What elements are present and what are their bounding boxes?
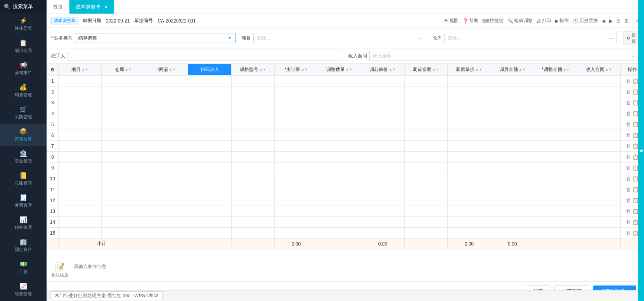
col-adjust-qty[interactable]: 调整数量▲▼ (318, 64, 361, 76)
table-cell[interactable] (318, 130, 361, 141)
table-cell[interactable] (534, 195, 577, 206)
table-cell[interactable] (188, 130, 231, 141)
table-cell[interactable] (188, 184, 231, 195)
table-cell[interactable] (102, 173, 145, 184)
table-cell[interactable] (275, 184, 318, 195)
table-cell[interactable] (275, 173, 318, 184)
table-cell[interactable] (491, 86, 534, 97)
delete-icon[interactable]: 🗑 (626, 132, 631, 138)
table-cell[interactable] (404, 152, 447, 163)
sidebar-item-inventory[interactable]: 📦 库存核算 (0, 124, 47, 146)
toolbar-view-btn[interactable]: 👁 视图 (444, 17, 459, 24)
table-cell[interactable] (145, 184, 188, 195)
table-cell[interactable] (318, 119, 361, 130)
toolbar-print-btn[interactable]: 🖨 打印 (537, 17, 551, 24)
col-adjust-amount[interactable]: *调整金额▲▼ (534, 64, 577, 76)
table-cell[interactable] (491, 119, 534, 130)
table-cell[interactable] (577, 130, 621, 141)
table-cell[interactable] (275, 228, 318, 239)
table-cell[interactable] (534, 217, 577, 228)
table-cell[interactable] (188, 141, 231, 152)
table-cell[interactable] (491, 195, 534, 206)
table-cell[interactable] (59, 184, 102, 195)
delete-icon[interactable]: 🗑 (626, 187, 631, 192)
table-cell[interactable] (318, 108, 361, 119)
sidebar-item-project-contract[interactable]: 📋 项目合同 (0, 35, 47, 57)
table-cell[interactable] (318, 195, 361, 206)
col-before-amount[interactable]: 调前金额▲▼ (404, 64, 447, 76)
table-cell[interactable] (577, 108, 621, 119)
sidebar-item-ledger-mgmt[interactable]: 📒 总账管理 (0, 168, 47, 190)
table-cell[interactable] (448, 217, 491, 228)
table-cell[interactable] (361, 228, 404, 239)
table-cell[interactable] (318, 206, 361, 217)
table-cell[interactable] (577, 195, 621, 206)
table-cell[interactable] (404, 228, 447, 239)
table-cell[interactable] (404, 173, 447, 184)
toolbar-detail-view-btn[interactable]: ⊞ (625, 18, 628, 24)
col-unit[interactable]: *主计量▲▼ (275, 64, 318, 76)
table-cell[interactable] (59, 217, 102, 228)
table-cell[interactable] (318, 163, 361, 173)
table-cell[interactable] (275, 108, 318, 119)
toolbar-check-btn[interactable]: 🔍 检单调整 (507, 17, 533, 24)
table-cell[interactable] (577, 163, 621, 173)
table-cell[interactable] (145, 217, 188, 228)
settings-button[interactable]: ⚙ 设置 (623, 31, 639, 45)
table-cell[interactable] (231, 141, 274, 152)
delete-icon[interactable]: 🗑 (626, 208, 631, 214)
sidebar-item-purchase-mgmt[interactable]: 🛒 采购管理 (0, 102, 47, 124)
table-cell[interactable] (145, 228, 188, 239)
tab-close-icon[interactable]: ✕ (104, 4, 108, 10)
table-cell[interactable] (404, 86, 447, 97)
sidebar-item-quick-nav[interactable]: ⚡ 快速导航 (0, 13, 47, 35)
table-cell[interactable] (188, 86, 231, 97)
table-cell[interactable] (491, 97, 534, 108)
table-cell[interactable] (188, 119, 231, 130)
table-cell[interactable] (534, 97, 577, 108)
table-cell[interactable] (231, 217, 274, 228)
table-cell[interactable] (188, 173, 231, 184)
table-cell[interactable] (534, 130, 577, 141)
table-cell[interactable] (361, 152, 404, 163)
table-cell[interactable] (275, 130, 318, 141)
right-edge-bar[interactable]: ◀ (638, 0, 644, 301)
business-type-select[interactable]: 结存调整 ▼ (75, 33, 236, 43)
table-cell[interactable] (102, 76, 145, 86)
table-cell[interactable] (577, 173, 621, 184)
delete-icon[interactable]: 🗑 (626, 154, 631, 160)
project-input[interactable]: 选择... ··· (253, 33, 426, 43)
table-cell[interactable] (275, 163, 318, 173)
table-cell[interactable] (361, 119, 404, 130)
table-cell[interactable] (59, 76, 102, 86)
delete-icon[interactable]: 🗑 (626, 230, 631, 236)
table-cell[interactable] (448, 195, 491, 206)
table-cell[interactable] (361, 173, 404, 184)
table-cell[interactable] (102, 195, 145, 206)
delete-icon[interactable]: 🗑 (626, 78, 631, 84)
table-cell[interactable] (404, 130, 447, 141)
table-cell[interactable] (231, 206, 274, 217)
taskbar-item[interactable]: 木门行业好业财处理方案-墨红红.doc - WPS Office (50, 291, 163, 300)
sidebar-item-payroll[interactable]: 💵 工资 (0, 256, 47, 279)
table-cell[interactable] (404, 141, 447, 152)
delete-icon[interactable]: 🗑 (626, 165, 631, 171)
table-cell[interactable] (275, 217, 318, 228)
table-cell[interactable] (491, 108, 534, 119)
table-cell[interactable] (577, 228, 621, 239)
table-cell[interactable] (448, 163, 491, 173)
col-after-price[interactable]: 调后单价▲▼ (448, 64, 491, 76)
table-cell[interactable] (275, 76, 318, 86)
toolbar-list-view-btn[interactable]: ☰ (616, 18, 621, 24)
col-scan-input[interactable]: 扫码录入 (188, 64, 231, 76)
table-cell[interactable] (361, 97, 404, 108)
toolbar-help-btn[interactable]: ❓ 帮助 (462, 17, 478, 24)
table-cell[interactable] (59, 206, 102, 217)
table-cell[interactable] (318, 217, 361, 228)
table-cell[interactable] (231, 86, 274, 97)
table-cell[interactable] (59, 86, 102, 97)
toolbar-next-btn[interactable]: ▶ (609, 18, 613, 24)
table-cell[interactable] (318, 97, 361, 108)
table-cell[interactable] (361, 217, 404, 228)
table-cell[interactable] (534, 163, 577, 173)
